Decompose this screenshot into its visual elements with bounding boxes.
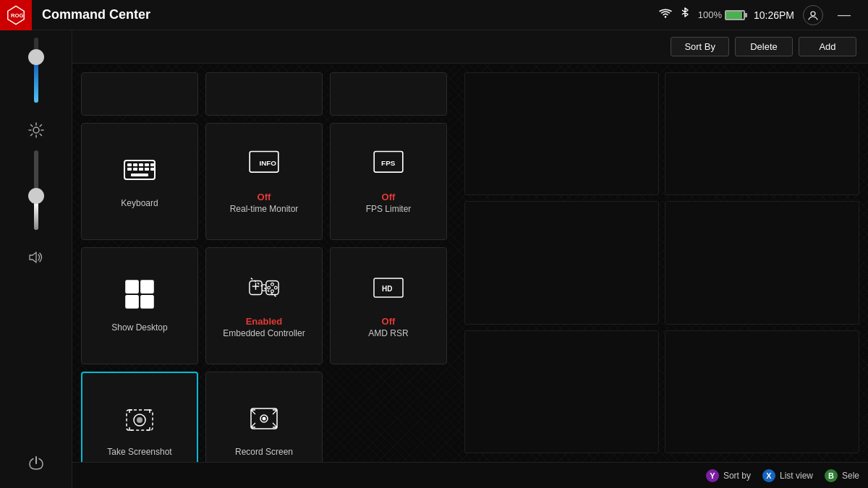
brightness-slider-thumb[interactable] xyxy=(28,188,44,204)
svg-point-3 xyxy=(811,12,815,16)
tile-fps-limiter-label: FPS Limiter xyxy=(366,204,412,215)
partial-tile-3[interactable] xyxy=(330,72,447,116)
preview-cell-1 xyxy=(464,72,659,195)
svg-point-2 xyxy=(665,16,666,17)
sort-by-bottom-label: Sort by xyxy=(723,471,751,481)
svg-rect-15 xyxy=(133,163,137,166)
svg-rect-22 xyxy=(150,163,155,166)
svg-rect-30 xyxy=(140,280,154,294)
realtime-monitor-icon: INFO xyxy=(248,147,280,186)
toolbar: Sort By Delete Add xyxy=(72,30,868,64)
brightness-slider-container xyxy=(34,150,38,230)
list-view-bottom-button[interactable]: X List view xyxy=(762,469,813,482)
svg-text:FPS: FPS xyxy=(381,160,396,168)
tile-embedded-controller-label: Embedded Controller xyxy=(223,328,305,340)
tile-record-screen-label: Record Screen xyxy=(235,447,293,458)
svg-point-49 xyxy=(263,416,266,420)
take-screenshot-icon xyxy=(124,403,156,441)
tile-realtime-monitor-status: Off xyxy=(258,192,271,202)
svg-line-9 xyxy=(30,125,32,127)
svg-text:HD: HD xyxy=(382,285,392,293)
tile-keyboard[interactable]: Keyboard xyxy=(81,123,198,240)
battery-fill xyxy=(726,12,742,19)
tile-realtime-monitor-label: Real-time Monitor xyxy=(230,204,299,215)
sort-by-button[interactable]: Sort By xyxy=(671,37,729,56)
svg-point-37 xyxy=(271,283,274,286)
sort-by-bottom-button[interactable]: Y Sort by xyxy=(706,469,751,482)
partial-tile-2[interactable] xyxy=(205,72,323,116)
svg-rect-20 xyxy=(139,168,143,171)
sort-by-bottom-icon: Y xyxy=(706,469,719,482)
tile-realtime-monitor[interactable]: INFO Off Real-time Monitor xyxy=(205,123,323,240)
delete-button[interactable]: Delete xyxy=(735,37,793,56)
tile-amd-rsr-status: Off xyxy=(382,316,396,327)
list-view-bottom-icon: X xyxy=(762,469,775,482)
svg-rect-19 xyxy=(133,168,137,171)
volume-slider-fill xyxy=(34,64,38,103)
keyboard-icon xyxy=(124,154,156,192)
svg-text:ROG: ROG xyxy=(11,12,24,18)
svg-text:INFO: INFO xyxy=(259,160,276,168)
svg-rect-29 xyxy=(125,280,139,294)
tile-take-screenshot-label: Take Screenshot xyxy=(107,447,171,458)
tiles-grid: Keyboard INFO Off Real-time Monitor xyxy=(81,123,447,462)
bluetooth-icon xyxy=(681,7,689,22)
power-icon-button[interactable] xyxy=(18,449,54,478)
grid-area: Keyboard INFO Off Real-time Monitor xyxy=(72,64,868,462)
svg-rect-18 xyxy=(127,168,132,171)
preview-cell-6 xyxy=(665,330,859,453)
battery-indicator: 100% xyxy=(698,9,745,20)
volume-slider-thumb[interactable] xyxy=(28,49,44,65)
main-content: Sort By Delete Add xyxy=(72,30,868,488)
minimize-button[interactable]: — xyxy=(832,7,856,22)
tile-show-desktop[interactable]: Show Desktop xyxy=(81,247,198,364)
svg-line-11 xyxy=(40,125,41,127)
time-display: 10:26PM xyxy=(754,9,794,21)
svg-point-38 xyxy=(274,286,277,289)
tile-embedded-controller[interactable]: Enabled Embedded Controller xyxy=(205,247,323,364)
svg-rect-21 xyxy=(145,168,149,171)
tiles-panel: Keyboard INFO Off Real-time Monitor xyxy=(72,64,456,462)
amd-rsr-icon: HD xyxy=(373,272,404,310)
tile-fps-limiter[interactable]: FPS Off FPS Limiter xyxy=(330,123,447,240)
wifi-icon xyxy=(659,9,672,21)
show-desktop-icon xyxy=(124,278,156,317)
svg-point-40 xyxy=(271,290,274,293)
tile-take-screenshot[interactable]: Take Screenshot xyxy=(81,372,198,462)
tile-record-screen[interactable]: Record Screen xyxy=(205,372,323,462)
svg-line-12 xyxy=(30,134,32,135)
tile-amd-rsr[interactable]: HD Off AMD RSR xyxy=(330,247,447,364)
svg-rect-16 xyxy=(139,163,143,166)
add-button[interactable]: Add xyxy=(799,37,856,56)
volume-icon-button[interactable] xyxy=(18,243,54,272)
record-screen-icon xyxy=(248,403,280,441)
battery-bar xyxy=(725,10,745,20)
svg-point-46 xyxy=(137,417,142,423)
volume-slider-container xyxy=(34,38,38,103)
tile-show-desktop-label: Show Desktop xyxy=(111,322,167,334)
svg-rect-23 xyxy=(150,168,155,171)
tile-embedded-controller-status: Enabled xyxy=(246,316,283,327)
list-view-bottom-label: List view xyxy=(780,471,813,481)
tile-amd-rsr-label: AMD RSR xyxy=(368,328,408,340)
user-icon-button[interactable] xyxy=(803,5,823,25)
svg-rect-14 xyxy=(127,163,132,166)
tile-fps-limiter-status: Off xyxy=(382,192,396,202)
battery-percentage: 100% xyxy=(698,9,722,20)
select-bottom-label: Sele xyxy=(842,471,859,481)
select-bottom-button[interactable]: B Sele xyxy=(825,469,859,482)
preview-cell-3 xyxy=(464,201,659,324)
svg-rect-32 xyxy=(140,295,154,309)
partial-tile-1[interactable] xyxy=(81,72,198,116)
rog-logo-svg: ROG xyxy=(6,5,26,25)
volume-slider-track[interactable] xyxy=(34,38,38,103)
fps-limiter-icon: FPS xyxy=(373,147,404,186)
svg-rect-24 xyxy=(131,174,148,176)
brightness-icon-button[interactable] xyxy=(18,116,54,145)
brightness-slider-track[interactable] xyxy=(34,150,38,230)
preview-cell-2 xyxy=(665,72,859,195)
preview-cell-4 xyxy=(665,201,859,324)
preview-cell-5 xyxy=(464,330,659,453)
top-partial-row xyxy=(81,72,447,116)
svg-point-4 xyxy=(33,127,39,133)
